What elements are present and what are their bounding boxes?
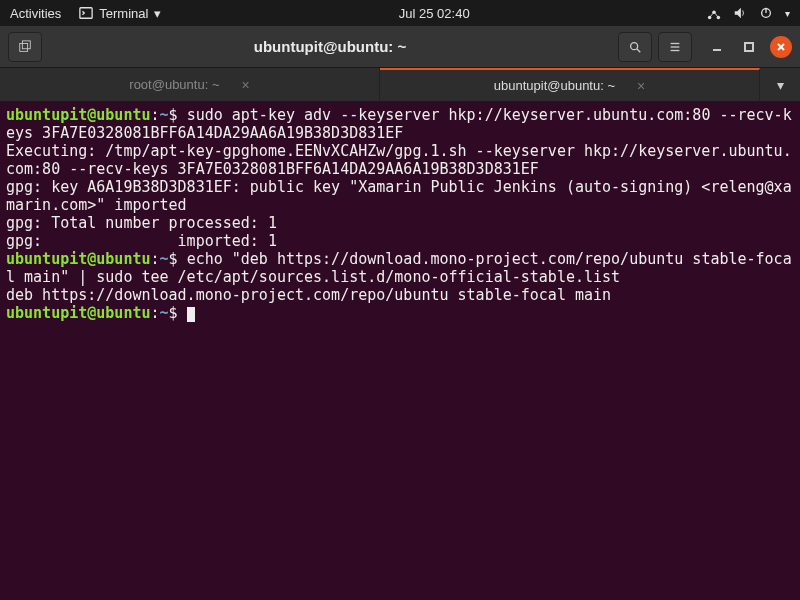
prompt-path: ~ (160, 304, 169, 322)
prompt-path: ~ (160, 250, 169, 268)
output-line: Executing: /tmp/apt-key-gpghome.EENvXCAH… (6, 142, 792, 178)
search-button[interactable] (618, 32, 652, 62)
cursor (187, 307, 195, 322)
new-tab-icon (18, 40, 32, 54)
close-icon[interactable]: × (242, 77, 250, 93)
prompt-sep: : (151, 106, 160, 124)
output-line: gpg: key A6A19B38D3D831EF: public key "X… (6, 178, 792, 214)
output-line: gpg: Total number processed: 1 (6, 214, 277, 232)
activities-button[interactable]: Activities (10, 6, 61, 21)
chevron-down-icon[interactable]: ▾ (785, 8, 790, 19)
tab-dropdown-button[interactable]: ▾ (760, 68, 800, 101)
window-title: ubuntupit@ubuntu: ~ (48, 38, 612, 55)
maximize-button[interactable] (738, 36, 760, 58)
app-menu[interactable]: Terminal ▾ (79, 6, 161, 21)
tab-label: root@ubuntu: ~ (129, 77, 219, 92)
gnome-topbar: Activities Terminal ▾ Jul 25 02:40 ▾ (0, 0, 800, 26)
hamburger-menu-button[interactable] (658, 32, 692, 62)
prompt-user: ubuntupit@ubuntu (6, 250, 151, 268)
chevron-down-icon: ▾ (154, 6, 161, 21)
terminal-icon (79, 6, 93, 20)
search-icon (628, 40, 642, 54)
tab-ubuntupit[interactable]: ubuntupit@ubuntu: ~ × (380, 68, 760, 101)
prompt-user: ubuntupit@ubuntu (6, 304, 151, 322)
output-line: deb https://download.mono-project.com/re… (6, 286, 611, 304)
chevron-down-icon: ▾ (777, 77, 784, 93)
clock[interactable]: Jul 25 02:40 (179, 6, 689, 21)
svg-rect-0 (80, 8, 92, 19)
svg-rect-7 (22, 40, 30, 48)
prompt-path: ~ (160, 106, 169, 124)
window-titlebar: ubuntupit@ubuntu: ~ (0, 26, 800, 68)
maximize-icon (744, 42, 754, 52)
network-icon[interactable] (707, 6, 721, 20)
minimize-icon (712, 42, 722, 52)
tab-label: ubuntupit@ubuntu: ~ (494, 78, 615, 93)
tab-root[interactable]: root@ubuntu: ~ × (0, 68, 380, 101)
prompt-user: ubuntupit@ubuntu (6, 106, 151, 124)
terminal-viewport[interactable]: ubuntupit@ubuntu:~$ sudo apt-key adv --k… (0, 102, 800, 600)
minimize-button[interactable] (706, 36, 728, 58)
output-line: gpg: imported: 1 (6, 232, 277, 250)
hamburger-icon (668, 40, 682, 54)
svg-line-9 (637, 48, 641, 52)
volume-icon[interactable] (733, 6, 747, 20)
power-icon[interactable] (759, 6, 773, 20)
app-menu-label: Terminal (99, 6, 148, 21)
new-tab-button[interactable] (8, 32, 42, 62)
svg-point-8 (631, 42, 638, 49)
close-button[interactable] (770, 36, 792, 58)
svg-rect-6 (20, 43, 28, 51)
tab-bar: root@ubuntu: ~ × ubuntupit@ubuntu: ~ × ▾ (0, 68, 800, 102)
close-icon[interactable]: × (637, 78, 645, 94)
close-icon (776, 42, 786, 52)
svg-rect-14 (745, 43, 753, 51)
